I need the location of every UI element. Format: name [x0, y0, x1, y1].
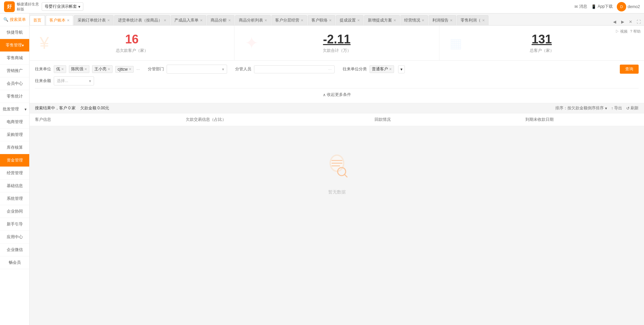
empty-text: 暂无数据	[328, 189, 346, 195]
user-menu[interactable]: D demo2	[617, 2, 640, 11]
person-input[interactable]: ···	[254, 65, 335, 73]
balance-filter-label: 往来余额	[35, 78, 51, 84]
tab-product-analysis[interactable]: 商品分析 ✕	[207, 15, 234, 25]
results-actions: 排序：按欠款金额倒序排序 ▾ ↑ 导出 ↺ 刷新	[555, 105, 639, 111]
remove-tag-unit3[interactable]: ✕	[108, 67, 110, 71]
tab-close-all-button[interactable]: ✕	[627, 19, 634, 25]
filter-more-tags[interactable]: ···	[136, 67, 140, 72]
dept-dropdown-arrow: ▾	[222, 67, 224, 72]
sidebar-item-operations[interactable]: 经营管理	[0, 167, 29, 180]
remove-tag-unit4[interactable]: ✕	[129, 67, 131, 71]
sidebar-item-member[interactable]: 会员中心	[0, 77, 29, 90]
sidebar-item-retail[interactable]: 零售管理 ▾	[0, 39, 29, 52]
filter-tag-unit3: 王小亮 ✕	[92, 65, 113, 73]
close-icon[interactable]: ✕	[329, 19, 332, 22]
remove-tag-category[interactable]: ✕	[389, 67, 392, 71]
collapse-button[interactable]: ∧ 收起更多条件	[323, 91, 351, 99]
filter-area: 往来单位 佤 ✕ 陈民强 ✕ 王小亮 ✕ cjttcw	[30, 61, 644, 103]
export-button[interactable]: ↑ 导出	[611, 105, 622, 111]
sidebar-item-basic-info[interactable]: 基础信息	[0, 180, 29, 192]
account-select[interactable]: 母婴行业演示帐套 ▾	[42, 2, 83, 11]
tab-controls: ◀ ▶ ✕ ⛶	[609, 19, 644, 25]
sidebar-item-finance[interactable]: 资金管理	[0, 154, 29, 167]
close-icon[interactable]: ✕	[264, 19, 267, 22]
person-input-more: ···	[328, 67, 332, 72]
remove-tag-unit1[interactable]: ✕	[61, 67, 64, 71]
tab-home[interactable]: 首页	[30, 15, 45, 25]
sidebar-item-wholesale[interactable]: 批发管理▾	[0, 103, 29, 116]
tab-bar: 首页 客户账本 ✕ 采购订单统计表 ✕ 进货单统计表（按商品） ✕ 产成品入库单…	[30, 13, 644, 26]
tab-customer-layer[interactable]: 客户分层经营 ✕	[271, 15, 307, 25]
close-icon[interactable]: ✕	[301, 19, 303, 22]
col-header-customer: 客户信息	[35, 117, 186, 122]
sort-label: 排序：按欠款金额倒序排序	[555, 105, 604, 111]
sidebar-item-system[interactable]: 系统管理	[0, 192, 29, 205]
category-filter-label: 往来单位分类	[343, 66, 367, 72]
sidebar-item-ecommerce[interactable]: 电商管理	[0, 116, 29, 129]
close-icon[interactable]: ✕	[450, 19, 453, 22]
sidebar-item-enterprise[interactable]: 企业协同	[0, 205, 29, 218]
tab-profit-report[interactable]: 利润报告 ✕	[429, 15, 456, 25]
close-icon[interactable]: ✕	[482, 19, 485, 22]
sidebar-search[interactable]: 🔍 搜索菜单	[0, 13, 29, 26]
close-icon[interactable]: ✕	[393, 19, 396, 22]
tab-production[interactable]: 产成品入库单 ✕	[171, 15, 206, 25]
remove-tag-unit2[interactable]: ✕	[84, 67, 87, 71]
tab-fullscreen-button[interactable]: ⛶	[635, 19, 642, 25]
tab-commission-settings[interactable]: 提成设置 ✕	[336, 15, 363, 25]
tab-operations[interactable]: 经营情况 ✕	[400, 15, 428, 25]
sidebar-item-retail-mall[interactable]: 零售商城	[0, 52, 29, 65]
person-filter-label: 分管人员	[235, 66, 251, 72]
sidebar-quick-nav[interactable]: 快捷导航	[0, 26, 29, 39]
stat-customer-label: 总欠款客户（家）	[116, 48, 148, 53]
stat-debt-value: -2.11	[323, 32, 351, 46]
tab-retail-profit[interactable]: 零售利润（ ✕	[457, 15, 488, 25]
close-icon[interactable]: ✕	[357, 19, 360, 22]
filter-row-2: 往来余额 选择... ▾	[35, 76, 639, 85]
sidebar-item-purchase[interactable]: 采购管理	[0, 129, 29, 141]
sidebar-item-marketing[interactable]: 营销推广	[0, 65, 29, 77]
tab-prev-button[interactable]: ◀	[611, 19, 618, 25]
chevron-down-icon: ▾	[78, 4, 80, 9]
sidebar-item-guide[interactable]: 新手引导	[0, 218, 29, 231]
balance-dropdown[interactable]: 选择... ▾	[54, 76, 94, 85]
query-button[interactable]: 查询	[620, 65, 639, 74]
logo-text: 畅捷通好生意 标版	[17, 2, 39, 11]
help-button[interactable]: ? 帮助	[630, 29, 641, 34]
message-button[interactable]: ✉ 消息	[574, 4, 587, 9]
sidebar-item-inventory[interactable]: 库存核算	[0, 141, 29, 154]
close-icon[interactable]: ✕	[422, 19, 424, 22]
logo-area: 好 畅捷通好生意 标版	[4, 1, 39, 12]
close-icon[interactable]: ✕	[107, 19, 110, 22]
tab-goods-stats[interactable]: 进货单统计表（按商品） ✕	[114, 15, 170, 25]
refresh-icon: ↺	[626, 106, 630, 111]
close-icon[interactable]: ✕	[200, 19, 203, 22]
refresh-button[interactable]: ↺ 刷新	[626, 105, 639, 111]
top-bar-left: 好 畅捷通好生意 标版 母婴行业演示帐套 ▾	[4, 1, 83, 12]
search-icon: 🔍	[3, 17, 8, 22]
filter-row-1: 往来单位 佤 ✕ 陈民强 ✕ 王小亮 ✕ cjttcw	[35, 65, 639, 74]
page-content: ¥ 16 总欠款客户（家） ✦ -2.11 欠款合计（万） ▦	[30, 26, 644, 325]
close-icon[interactable]: ✕	[67, 19, 70, 22]
tab-customer-contact[interactable]: 客户联络 ✕	[308, 15, 335, 25]
dept-dropdown[interactable]: ▾	[167, 65, 227, 74]
sidebar-item-wechat[interactable]: 企业微信	[0, 244, 29, 256]
close-icon[interactable]: ✕	[164, 19, 166, 22]
tab-product-analysis-list[interactable]: 商品分析列表 ✕	[235, 15, 271, 25]
logo-icon: 好	[4, 1, 15, 12]
category-dropdown-btn[interactable]: ▾	[398, 65, 405, 73]
tab-next-button[interactable]: ▶	[619, 19, 626, 25]
chevron-up-icon: ∧	[323, 93, 326, 97]
sidebar-item-retail-stats[interactable]: 零售统计	[0, 90, 29, 103]
tab-customer-ledger[interactable]: 客户账本 ✕	[46, 15, 73, 25]
app-download-button[interactable]: 📱 App下载	[591, 4, 613, 9]
sort-button[interactable]: 排序：按欠款金额倒序排序 ▾	[555, 105, 607, 111]
video-button[interactable]: ▷ 视频	[615, 29, 628, 34]
tab-purchase-order[interactable]: 采购订单统计表 ✕	[74, 15, 114, 25]
close-icon[interactable]: ✕	[228, 19, 231, 22]
top-bar-right: ✉ 消息 📱 App下载 D demo2	[574, 2, 640, 11]
stats-banner: ¥ 16 总欠款客户（家） ✦ -2.11 欠款合计（万） ▦	[30, 26, 644, 61]
sidebar-item-member2[interactable]: 畅会员	[0, 256, 29, 269]
sidebar-item-app-center[interactable]: 应用中心	[0, 231, 29, 244]
tab-add-commission[interactable]: 新增提成方案 ✕	[364, 15, 400, 25]
